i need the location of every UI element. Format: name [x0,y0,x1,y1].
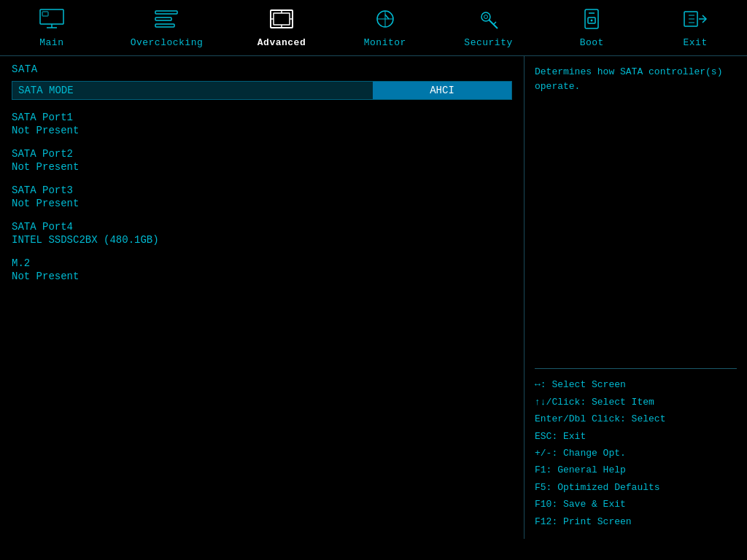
boot-icon [579,9,604,34]
nav-main[interactable]: Main [15,6,88,51]
nav-security[interactable]: Security [452,6,525,51]
m2-name: M.2 [12,257,512,269]
nav-boot[interactable]: Boot [555,6,628,51]
content-area: SATA SATA MODE AHCI SATA Port1 Not Prese… [0,56,525,539]
advanced-icon [269,9,294,34]
monitor-icon [373,9,398,34]
svg-line-19 [489,20,498,29]
sata-port4-group: SATA Port4 INTEL SSDSC2BX (480.1GB) [12,221,512,246]
shortcut-item: ↑↓/Click: Select Item [535,394,737,411]
sata-port1-group: SATA Port1 Not Present [12,112,512,136]
shortcut-item: F1: General Help [535,462,737,478]
sata-port1-value: Not Present [12,125,512,136]
shortcut-item: Enter/Dbl Click: Select [535,411,737,427]
sidebar-divider [535,368,737,369]
nav-exit-label: Exit [683,37,707,48]
top-navigation: Main Overclocking Advanced [0,0,747,56]
section-title: SATA [12,63,512,75]
svg-rect-5 [155,18,171,20]
svg-rect-21 [585,9,598,28]
shortcut-item: ↔: Select Screen [535,376,737,393]
sata-port4-value: INTEL SSDSC2BX (480.1GB) [12,234,512,246]
svg-point-18 [484,15,487,19]
sata-mode-label: SATA MODE [12,82,373,99]
main-layout: SATA SATA MODE AHCI SATA Port1 Not Prese… [0,56,747,539]
shortcut-item: F10: Save & Exit [535,496,737,513]
nav-advanced-label: Advanced [258,37,306,48]
svg-rect-8 [274,13,290,25]
sidebar-shortcuts: ↔: Select Screen↑↓/Click: Select ItemEnt… [535,376,737,530]
svg-line-16 [385,15,389,19]
nav-overclocking-label: Overclocking [131,37,204,48]
nav-boot-label: Boot [580,37,604,48]
sata-port4-name: SATA Port4 [12,221,512,233]
nav-overclocking[interactable]: Overclocking [119,6,215,51]
sidebar: Determines how SATA controller(s) operat… [525,56,747,539]
sata-mode-value: AHCI [373,82,511,99]
svg-point-17 [481,12,490,21]
exit-icon [683,9,708,34]
main-icon [39,9,64,34]
m2-group: M.2 Not Present [12,257,512,282]
sidebar-description: Determines how SATA controller(s) operat… [535,65,737,361]
svg-rect-3 [42,12,48,16]
shortcut-item: ESC: Exit [535,428,737,445]
nav-advanced[interactable]: Advanced [245,6,318,51]
m2-value: Not Present [12,271,512,282]
sata-port2-name: SATA Port2 [12,148,512,160]
nav-monitor-label: Monitor [364,37,406,48]
sata-port2-group: SATA Port2 Not Present [12,148,512,173]
security-icon [476,9,501,34]
shortcut-item: F5: Optimized Defaults [535,479,737,496]
shortcut-item: +/-: Change Opt. [535,445,737,462]
sata-mode-row[interactable]: SATA MODE AHCI [12,81,512,100]
sata-port3-group: SATA Port3 Not Present [12,184,512,209]
shortcut-item: F12: Print Screen [535,513,737,530]
svg-line-20 [494,22,496,24]
overclocking-icon [154,9,179,34]
sata-port3-name: SATA Port3 [12,184,512,196]
sata-port1-name: SATA Port1 [12,112,512,123]
svg-rect-4 [155,11,177,14]
sata-port2-value: Not Present [12,161,512,173]
sata-port3-value: Not Present [12,198,512,209]
nav-security-label: Security [464,37,512,48]
nav-exit[interactable]: Exit [659,6,732,51]
nav-monitor[interactable]: Monitor [349,6,422,51]
nav-main-label: Main [39,37,63,48]
svg-rect-6 [155,24,174,27]
svg-point-23 [591,20,593,22]
